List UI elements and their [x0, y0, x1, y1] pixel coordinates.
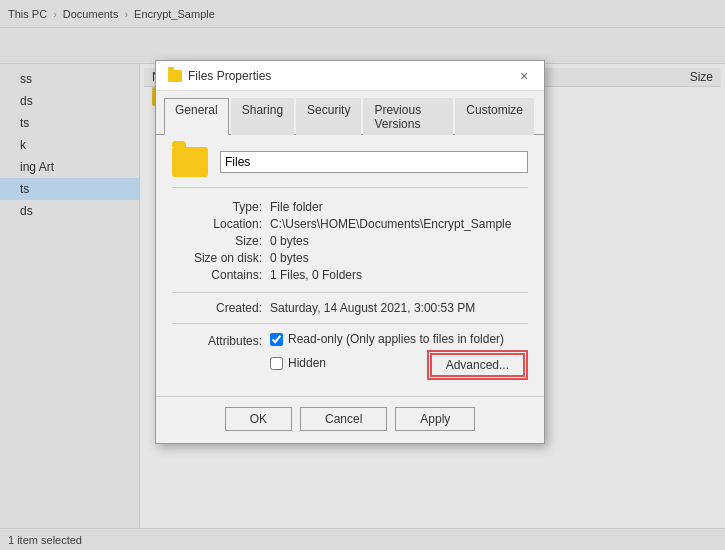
prop-type-value: File folder — [270, 200, 528, 214]
tab-sharing[interactable]: Sharing — [231, 98, 294, 135]
files-properties-dialog: Files Properties × General Sharing Secur… — [155, 60, 545, 444]
dialog-folder-icon — [168, 70, 182, 82]
apply-button[interactable]: Apply — [395, 407, 475, 431]
tab-general[interactable]: General — [164, 98, 229, 135]
prop-size: Size: 0 bytes — [172, 234, 528, 248]
readonly-checkbox[interactable] — [270, 333, 283, 346]
separator-1 — [172, 292, 528, 293]
prop-size-on-disk: Size on disk: 0 bytes — [172, 251, 528, 265]
cancel-button[interactable]: Cancel — [300, 407, 387, 431]
prop-contains: Contains: 1 Files, 0 Folders — [172, 268, 528, 282]
dialog-title: Files Properties — [188, 69, 271, 83]
folder-name-input[interactable] — [220, 151, 528, 173]
checkboxes-area: Read-only (Only applies to files in fold… — [270, 332, 528, 380]
prop-size-disk-label: Size on disk: — [172, 251, 262, 265]
attributes-label: Attributes: — [172, 332, 262, 348]
dialog-footer: OK Cancel Apply — [156, 396, 544, 443]
readonly-checkbox-row: Read-only (Only applies to files in fold… — [270, 332, 528, 346]
prop-size-value: 0 bytes — [270, 234, 528, 248]
prop-created-value: Saturday, 14 August 2021, 3:00:53 PM — [270, 301, 528, 315]
modal-overlay: Files Properties × General Sharing Secur… — [0, 0, 725, 550]
prop-type-label: Type: — [172, 200, 262, 214]
prop-size-label: Size: — [172, 234, 262, 248]
prop-location: Location: C:\Users\HOME\Documents\Encryp… — [172, 217, 528, 231]
ok-button[interactable]: OK — [225, 407, 292, 431]
properties-table: Type: File folder Location: C:\Users\HOM… — [172, 200, 528, 282]
dialog-title-area: Files Properties — [168, 69, 271, 83]
separator-2 — [172, 323, 528, 324]
prop-contains-label: Contains: — [172, 268, 262, 282]
prop-location-label: Location: — [172, 217, 262, 231]
tab-bar: General Sharing Security Previous Versio… — [156, 91, 544, 135]
dialog-body: Type: File folder Location: C:\Users\HOM… — [156, 135, 544, 396]
hidden-checkbox-row: Hidden — [270, 356, 326, 370]
advanced-button[interactable]: Advanced... — [430, 353, 525, 377]
folder-header-row — [172, 147, 528, 188]
tab-customize[interactable]: Customize — [455, 98, 534, 135]
prop-contains-value: 1 Files, 0 Folders — [270, 268, 528, 282]
hidden-checkbox[interactable] — [270, 357, 283, 370]
dialog-titlebar: Files Properties × — [156, 61, 544, 91]
large-folder-icon — [172, 147, 208, 177]
close-button[interactable]: × — [512, 64, 536, 88]
tab-previous-versions[interactable]: Previous Versions — [363, 98, 453, 135]
prop-location-value: C:\Users\HOME\Documents\Encrypt_Sample — [270, 217, 528, 231]
advanced-button-highlight: Advanced... — [427, 350, 528, 380]
hidden-and-advanced-row: Hidden Advanced... — [270, 350, 528, 380]
hidden-label: Hidden — [288, 356, 326, 370]
readonly-label: Read-only (Only applies to files in fold… — [288, 332, 504, 346]
prop-created: Created: Saturday, 14 August 2021, 3:00:… — [172, 301, 528, 315]
attributes-row: Attributes: Read-only (Only applies to f… — [172, 332, 528, 380]
tab-security[interactable]: Security — [296, 98, 361, 135]
prop-type: Type: File folder — [172, 200, 528, 214]
prop-size-disk-value: 0 bytes — [270, 251, 528, 265]
prop-created-label: Created: — [172, 301, 262, 315]
